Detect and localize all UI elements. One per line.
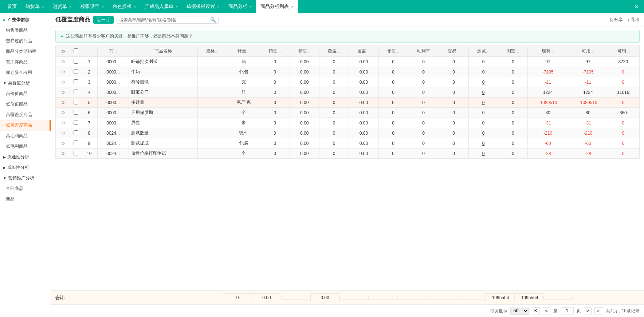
cover-qty-col-header[interactable]: 覆盖... [319, 46, 349, 57]
row-browse-cnt[interactable]: 0 [468, 98, 498, 108]
settings-cell[interactable]: ⚙ [56, 87, 71, 98]
prev-page-btn[interactable]: < [543, 307, 550, 314]
close-permission-tab[interactable]: × [102, 4, 104, 9]
row-checkbox-cell[interactable] [71, 57, 81, 67]
settings-cell[interactable]: ⚙ [56, 138, 71, 148]
page-input[interactable] [561, 307, 574, 314]
share-btn[interactable]: ⎘ 分享 [610, 17, 623, 23]
row-checkbox[interactable] [74, 130, 78, 135]
stock-avail-col-header[interactable]: 可用... [568, 46, 608, 57]
close-template-tab[interactable]: × [217, 4, 219, 9]
nav-tab-analysis[interactable]: 商品分析 × [224, 0, 256, 13]
name-col-header[interactable]: 商品名称 [129, 46, 198, 57]
row-checkbox[interactable] [74, 79, 78, 84]
first-page-btn[interactable]: K [532, 307, 540, 314]
sidebar-section-flow-analysis[interactable]: ▶ 流通性分析 [0, 152, 51, 162]
last-page-btn[interactable]: >| [594, 307, 603, 314]
sidebar-item-all-products[interactable]: 全部商品 [0, 183, 51, 194]
date-filter-btn[interactable]: 近一月 [93, 16, 114, 24]
unit-col-header[interactable]: 计量... [227, 46, 260, 57]
row-checkbox[interactable] [74, 69, 78, 74]
browse2-col-header[interactable]: 浏览... [498, 46, 528, 57]
sidebar-item-traded-products[interactable]: 交易过的商品 [0, 36, 51, 46]
sidebar-item-capital[interactable]: 库存资金占用 [0, 67, 51, 78]
sidebar-item-low-margin[interactable]: 低毛利商品 [0, 141, 51, 152]
trade-cnt-col-header[interactable]: 交易... [439, 46, 468, 57]
nav-tab-production[interactable]: 产成品入库单 × [141, 0, 182, 13]
export-btn[interactable]: ↑ 导出 [627, 17, 640, 23]
close-analysis-list-tab[interactable]: × [291, 4, 293, 9]
row-browse-cnt[interactable]: 0 [468, 128, 498, 138]
collapse-sidebar-btn[interactable]: « [3, 17, 5, 23]
close-analysis-tab[interactable]: × [250, 4, 252, 9]
close-sales-tab[interactable]: × [42, 4, 44, 9]
nav-tab-home[interactable]: 首页 [3, 0, 21, 13]
nav-tab-permission[interactable]: 权限设置 × [76, 0, 108, 13]
stock-cur-col-header[interactable]: 现有... [528, 46, 568, 57]
row-browse-cnt[interactable]: 0 [468, 118, 498, 128]
settings-cell[interactable]: ⚙ [56, 77, 71, 87]
sidebar-item-sales-products[interactable]: 销售类商品 [0, 25, 51, 36]
sidebar-section-growth-analysis[interactable]: ▶ 成长性分析 [0, 162, 51, 173]
select-all-checkbox[interactable] [74, 48, 78, 53]
nav-tab-analysis-list[interactable]: 商品分析列表 × [256, 0, 298, 13]
close-all-tabs[interactable]: × [632, 3, 641, 10]
sidebar-item-stock-products[interactable]: 有库存商品 [0, 57, 51, 67]
sidebar-section-group-analysis[interactable]: ▼ 类群度分析 [0, 78, 51, 88]
row-browse-cnt[interactable]: 0 [468, 77, 498, 87]
search-input[interactable] [119, 17, 210, 23]
row-checkbox[interactable] [74, 120, 78, 125]
close-role-tab[interactable]: × [134, 4, 136, 9]
row-checkbox-cell[interactable] [71, 108, 81, 118]
nav-tab-role[interactable]: 角色授权 × [108, 0, 140, 13]
row-browse-cnt[interactable]: 0 [468, 67, 498, 77]
spec-col-header[interactable]: 规格... [197, 46, 227, 57]
settings-cell[interactable]: ⚙ [56, 67, 71, 77]
sales-qty-col-header[interactable]: 销售... [260, 46, 290, 57]
sidebar-section-marketing-analysis[interactable]: ▼ 营销推广分析 [0, 173, 51, 183]
row-checkbox[interactable] [74, 140, 78, 145]
sidebar-item-category-rate[interactable]: 商品分类动销率 [0, 46, 51, 57]
row-browse-cnt[interactable]: 0 [468, 148, 498, 159]
sales-amt-col-header[interactable]: 销售... [290, 46, 319, 57]
settings-cell[interactable]: ⚙ [56, 108, 71, 118]
row-checkbox[interactable] [74, 90, 78, 94]
sidebar-header-overview[interactable]: « ✓ 整体信息 [0, 15, 51, 25]
row-browse-cnt[interactable]: 0 [468, 57, 498, 67]
sales-days-col-header[interactable]: 销售... [378, 46, 408, 57]
sidebar-item-high-coverage[interactable]: 高覆盖度商品 [0, 110, 51, 120]
row-browse-cnt[interactable]: 0 [468, 138, 498, 148]
cover-rate-col-header[interactable]: 覆盖... [349, 46, 378, 57]
code-col-header[interactable]: 商... [98, 46, 129, 57]
row-checkbox[interactable] [74, 59, 78, 64]
row-browse-cnt[interactable]: 0 [468, 108, 498, 118]
browse-cnt-col-header[interactable]: 浏览... [468, 46, 498, 57]
settings-cell[interactable]: ⚙ [56, 57, 71, 67]
row-checkbox-cell[interactable] [71, 118, 81, 128]
row-checkbox-cell[interactable] [71, 138, 81, 148]
row-checkbox[interactable] [74, 110, 78, 115]
sidebar-item-high-margin[interactable]: 高毛利商品 [0, 131, 51, 141]
row-checkbox-cell[interactable] [71, 128, 81, 138]
settings-cell[interactable]: ⚙ [56, 98, 71, 108]
sidebar-item-low-value[interactable]: 低价值商品 [0, 99, 51, 110]
row-checkbox-cell[interactable] [71, 67, 81, 77]
settings-cell[interactable]: ⚙ [56, 118, 71, 128]
stock-sale-col-header[interactable]: 可销... [608, 46, 639, 57]
nav-tab-purchase[interactable]: 进货单 × [48, 0, 76, 13]
search-icon[interactable]: 🔍 [210, 17, 216, 23]
gross-rate-col-header[interactable]: 毛利率 [408, 46, 439, 57]
row-checkbox-cell[interactable] [71, 148, 81, 159]
row-checkbox[interactable] [74, 100, 78, 104]
row-checkbox-cell[interactable] [71, 87, 81, 98]
nav-tab-template[interactable]: 单据模板设置 × [182, 0, 224, 13]
sidebar-item-low-coverage[interactable]: 低覆盖度商品 [0, 120, 51, 131]
row-browse-cnt[interactable]: 0 [468, 87, 498, 98]
settings-cell[interactable]: ⚙ [56, 128, 71, 138]
row-checkbox[interactable] [74, 151, 78, 155]
sidebar-item-new-products[interactable]: 新品 [0, 194, 51, 205]
page-size-select[interactable]: 50 20 100 [510, 307, 529, 315]
row-checkbox-cell[interactable] [71, 98, 81, 108]
next-page-btn[interactable]: > [584, 307, 592, 314]
sidebar-item-high-value[interactable]: 高价值商品 [0, 88, 51, 99]
